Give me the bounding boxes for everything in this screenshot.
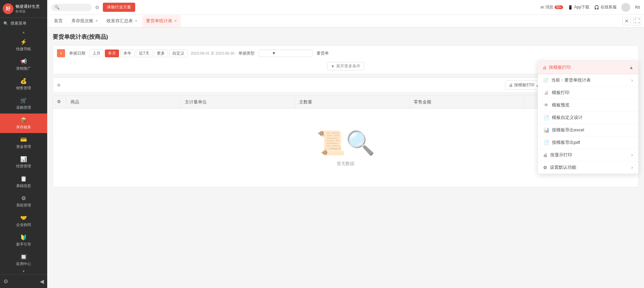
dropdown-template-print[interactable]: 🖨 模板打印 [538, 87, 638, 99]
tab-requisition-stats[interactable]: 要货单统计表 × [142, 15, 181, 27]
scroll-up-arrow[interactable]: ▲ [21, 30, 26, 35]
inventory-icon: 📦 [20, 117, 27, 123]
type-select[interactable]: ▼ [259, 50, 313, 57]
sidebar-item-label: 新手引导 [16, 242, 31, 247]
sidebar-bottom: ⚙ ◀ [0, 275, 47, 288]
sidebar-search[interactable]: 🔍 搜索菜单 [0, 18, 47, 29]
sidebar-item-label: 基础信息 [16, 183, 31, 188]
current-month-btn[interactable]: 本月 [105, 50, 119, 57]
guide-icon: 🔰 [20, 234, 27, 241]
sidebar-logo: 好 畅捷通好生意 标准版 [0, 0, 47, 18]
sidebar-item-operations[interactable]: 📊 经营管理 [0, 153, 47, 172]
online-service-btn[interactable]: 🎧 在线客服 [594, 4, 617, 10]
sidebar-item-label: 采购管理 [16, 105, 31, 110]
filter-expand-arrow[interactable]: » [57, 49, 65, 57]
dropdown-header-left: 🖨 按模板打印 [543, 64, 571, 70]
display-print-icon: 🖨 [543, 153, 548, 158]
dropdown-header: 🖨 按模板打印 ▲ [538, 61, 638, 74]
print-dropdown-panel: 🖨 按模板打印 ▲ 📄 当前：要货单统计表 › 🖨 模板打印 👁 [537, 61, 639, 174]
sidebar-item-inventory[interactable]: 📦 库存核算 [0, 114, 47, 133]
empty-text: 暂无数据 [337, 161, 354, 167]
topbar-right: ✉ 消息 99+ 📱 App下载 🎧 在线客服 Rit [540, 3, 640, 12]
app-download-btn[interactable]: 📱 App下载 [568, 4, 589, 10]
tab-receipt-summary-label: 收发存汇总表 [107, 18, 133, 24]
dropdown-template-custom[interactable]: 📄 模板自定义设计 [538, 111, 638, 124]
template-print-icon: 🖨 [543, 90, 549, 95]
tabs-bar: 首页 库存批次账 × 收发存汇总表 × 要货单统计表 × ✕ ⛶ [47, 15, 644, 28]
type-label: 单据类型 [238, 51, 255, 56]
app-logo-icon: 好 [3, 3, 13, 14]
tab-home[interactable]: 首页 [50, 15, 67, 27]
tab-receipt-summary-close[interactable]: × [135, 19, 137, 23]
select-arrow-icon: ▼ [272, 51, 276, 56]
tab-receipt-summary[interactable]: 收发存汇总表 × [103, 15, 141, 27]
tabs-bar-right: ✕ ⛶ [622, 17, 641, 25]
set-default-icon: ⚙ [543, 165, 547, 170]
expand-icon: ▼ [331, 64, 335, 69]
current-year-btn[interactable]: 本年 [120, 50, 135, 57]
avatar[interactable] [621, 3, 630, 12]
prev-month-btn[interactable]: 上月 [89, 50, 104, 57]
cooperation-icon: 🤝 [20, 215, 27, 221]
sidebar-item-finance[interactable]: 💳 资金管理 [0, 133, 47, 153]
sidebar-item-label: 快捷导航 [16, 46, 31, 52]
sidebar-item-basic[interactable]: 📋 基础信息 [0, 172, 47, 192]
marketing-icon: 📢 [20, 58, 27, 65]
tab-batch-account-close[interactable]: × [95, 19, 98, 23]
dropdown-display-print[interactable]: 🖨 按显示打印 › [538, 149, 638, 161]
dropdown-export-pdf[interactable]: 📄 按模板导出pdf [538, 136, 638, 149]
dropdown-current-left: 📄 当前：要货单统计表 [543, 77, 591, 83]
more-date-btn[interactable]: 更多 [154, 50, 168, 57]
system-icon: ⚙ [21, 195, 26, 201]
sidebar-item-system[interactable]: ⚙ 系统管理 [0, 192, 47, 211]
topbar-search-box[interactable]: 🔍 [51, 4, 92, 11]
dropdown-template-preview[interactable]: 👁 模板预览 [538, 99, 638, 111]
dropdown-export-excel[interactable]: 📊 按模板导出excel [538, 124, 638, 136]
topbar-gear-icon[interactable]: ⚙ [95, 5, 99, 10]
sidebar-item-quick-nav[interactable]: ⚡ 快捷导航 [0, 35, 47, 55]
trial-btn[interactable]: 体验行业方案 [103, 3, 135, 12]
expand-more-btn[interactable]: ▼ 展开更多条件 [327, 62, 364, 70]
cargo-label: 要货单 [317, 51, 329, 56]
finance-icon: 💳 [20, 136, 27, 143]
scroll-down-arrow[interactable]: ▼ [21, 269, 26, 274]
messages-btn[interactable]: ✉ 消息 99+ [540, 4, 563, 10]
sidebar-item-sales[interactable]: 💰 销售管理 [0, 74, 47, 94]
tab-batch-account[interactable]: 库存批次账 × [67, 15, 102, 27]
operations-icon: 📊 [20, 156, 27, 162]
sidebar-item-label: 经营管理 [16, 164, 31, 169]
search-icon: 🔍 [3, 21, 8, 26]
sidebar-item-guide[interactable]: 🔰 新手引导 [0, 231, 47, 250]
th-quantity: 主数量 [295, 96, 409, 108]
th-settings[interactable]: ⚙ [53, 96, 66, 108]
tab-requisition-stats-close[interactable]: × [174, 19, 177, 23]
window-close-btn[interactable]: ✕ [622, 17, 631, 25]
sidebar-item-marketing[interactable]: 📢 营销推广 [0, 55, 47, 74]
sidebar-item-purchase[interactable]: 🛒 采购管理 [0, 94, 47, 114]
sidebar-item-label: 销售管理 [16, 86, 31, 91]
dropdown-current-arrow: › [631, 77, 633, 83]
sidebar-item-cooperation[interactable]: 🤝 企业协同 [0, 211, 47, 231]
display-print-arrow: › [631, 152, 633, 158]
tab-requisition-stats-label: 要货单统计表 [146, 18, 172, 24]
topbar-search-icon: 🔍 [55, 5, 60, 10]
dropdown-header-right: ▲ [629, 65, 634, 70]
dropdown-current-item[interactable]: 📄 当前：要货单统计表 › [538, 74, 638, 87]
filter-row-1: » 单据日期 上月 本月 本年 近7天 更多 自定义 2023-06-01 至 … [57, 49, 634, 57]
last7days-btn[interactable]: 近7天 [136, 50, 152, 57]
sidebar-nav: ⚡ 快捷导航 📢 营销推广 💰 销售管理 🛒 采购管理 📦 库存核算 💳 资金管… [0, 35, 47, 268]
gear-settings-icon[interactable]: ⚙ [57, 83, 61, 88]
export-pdf-icon: 📄 [543, 140, 549, 145]
collapse-sidebar-btn[interactable]: ◀ [40, 278, 44, 285]
app-logo-text: 畅捷通好生意 标准版 [16, 4, 40, 14]
template-preview-icon: 👁 [543, 102, 549, 108]
topbar: 🔍 ⚙ 体验行业方案 ✉ 消息 99+ 📱 App下载 🎧 在线客服 Rit [47, 0, 644, 15]
custom-date-btn[interactable]: 自定义 [169, 50, 187, 57]
sidebar-item-app-center[interactable]: 🔲 应用中心 [0, 250, 47, 268]
date-label: 单据日期 [69, 51, 85, 56]
dropdown-up-arrow[interactable]: ▲ [629, 65, 634, 70]
dropdown-set-default[interactable]: ⚙ 设置默认功能 › [538, 161, 638, 174]
service-icon: 🎧 [594, 5, 599, 10]
window-maximize-btn[interactable]: ⛶ [633, 17, 641, 25]
settings-bottom-icon[interactable]: ⚙ [3, 278, 8, 285]
